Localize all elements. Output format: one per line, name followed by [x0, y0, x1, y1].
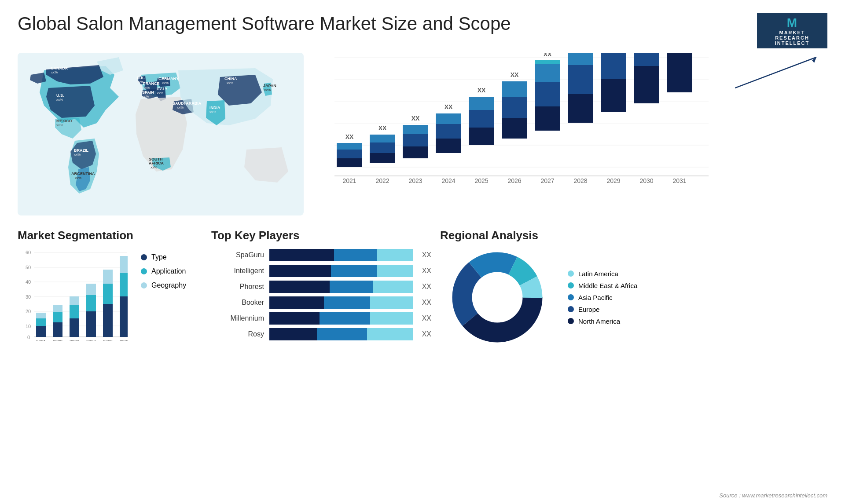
svg-rect-130: [103, 270, 113, 284]
svg-text:2023: 2023: [408, 177, 422, 184]
player-row-phorest: Phorest XX: [211, 281, 431, 293]
bar-seg1: [269, 296, 324, 309]
svg-text:CHINA: CHINA: [224, 77, 237, 81]
svg-text:2030: 2030: [639, 177, 653, 184]
svg-text:SAUDI ARABIA: SAUDI ARABIA: [173, 101, 202, 106]
legend-latin-america: Latin America: [568, 270, 637, 278]
bar-chart-section: XX 2021 XX 2022 XX 2023 XX 2024: [304, 53, 827, 220]
svg-text:xx%: xx%: [209, 110, 216, 114]
svg-text:MEXICO: MEXICO: [56, 119, 72, 123]
svg-text:2024: 2024: [86, 340, 96, 341]
bar-seg2: [330, 281, 373, 293]
svg-text:2026: 2026: [507, 177, 521, 184]
player-xx-rosy: XX: [422, 330, 431, 338]
svg-rect-77: [568, 94, 593, 123]
bar-seg1: [269, 249, 334, 261]
svg-text:2026: 2026: [120, 340, 128, 341]
svg-text:2024: 2024: [441, 177, 455, 184]
svg-text:XX: XX: [445, 103, 453, 110]
donut-chart-container: Latin America Middle East & Africa Asia …: [440, 249, 827, 346]
svg-point-141: [473, 273, 522, 321]
player-name-booker: Booker: [211, 299, 264, 307]
svg-rect-68: [502, 81, 527, 97]
svg-rect-84: [601, 53, 626, 79]
svg-text:XX: XX: [378, 124, 387, 131]
player-xx-millennium: XX: [422, 314, 431, 322]
svg-text:SPAIN: SPAIN: [142, 90, 154, 95]
latin-america-dot: [568, 270, 574, 277]
latin-america-label: Latin America: [578, 270, 618, 278]
regional-section: Regional Analysis Lat: [440, 229, 827, 346]
world-map: CANADA xx% U.S. xx% MEXICO xx% BRAZIL xx…: [18, 53, 304, 220]
bar-seg2: [320, 312, 370, 325]
legend-asia-pacific: Asia Pacific: [568, 294, 637, 301]
svg-text:ITALY: ITALY: [157, 87, 168, 91]
svg-text:50: 50: [26, 265, 31, 270]
svg-rect-124: [86, 311, 96, 337]
svg-text:xx%: xx%: [162, 81, 169, 85]
svg-rect-74: [535, 60, 560, 64]
svg-text:xx%: xx%: [143, 86, 150, 90]
svg-text:U.K.: U.K.: [137, 76, 145, 80]
svg-text:XX: XX: [544, 53, 552, 58]
bar-seg3: [377, 249, 413, 261]
svg-rect-78: [568, 65, 593, 94]
svg-text:xx%: xx%: [177, 106, 184, 110]
svg-text:xx%: xx%: [51, 70, 58, 74]
svg-rect-56: [436, 139, 461, 153]
geography-label: Geography: [151, 281, 186, 289]
bar-seg2: [334, 249, 377, 261]
svg-rect-42: [337, 150, 362, 158]
player-row-rosy: Rosy XX: [211, 328, 431, 340]
bottom-content: Market Segmentation 60 50 40 30 20 10 0: [0, 220, 845, 350]
svg-rect-72: [535, 82, 560, 106]
application-color-dot: [141, 268, 147, 274]
logo: M MARKET RESEARCH INTELLECT: [757, 13, 827, 48]
svg-text:XX: XX: [345, 133, 354, 140]
svg-rect-62: [469, 110, 494, 128]
middle-east-label: Middle East & Africa: [578, 282, 637, 289]
svg-rect-73: [535, 64, 560, 82]
svg-rect-91: [667, 53, 692, 92]
segmentation-section: Market Segmentation 60 50 40 30 20 10 0: [18, 229, 202, 346]
svg-rect-132: [120, 296, 128, 337]
svg-text:40: 40: [26, 279, 31, 285]
svg-text:xx%: xx%: [227, 81, 233, 85]
player-bars-container: SpaGuru XX Intelligent: [211, 249, 431, 340]
player-bar-spaguru: [269, 249, 413, 261]
svg-text:2022: 2022: [53, 340, 63, 341]
svg-rect-116: [53, 322, 62, 337]
svg-text:0: 0: [27, 335, 30, 340]
svg-rect-83: [601, 79, 626, 112]
svg-rect-114: [36, 313, 46, 318]
svg-rect-63: [469, 97, 494, 110]
svg-rect-52: [403, 134, 428, 146]
svg-text:2029: 2029: [606, 177, 620, 184]
svg-rect-48: [370, 135, 395, 142]
player-bar-phorest: [269, 281, 413, 293]
bar-seg3: [370, 312, 413, 325]
player-bar-millennium: [269, 312, 413, 325]
svg-text:xx%: xx%: [56, 98, 63, 102]
key-players-section: Top Key Players SpaGuru XX Intelligent: [211, 229, 431, 346]
svg-text:BRAZIL: BRAZIL: [74, 148, 88, 153]
svg-text:xx%: xx%: [75, 176, 81, 180]
player-row-spaguru: SpaGuru XX: [211, 249, 431, 261]
asia-pacific-label: Asia Pacific: [578, 294, 613, 301]
player-row-millennium: Millennium XX: [211, 312, 431, 325]
logo-letter: M: [787, 16, 797, 30]
svg-rect-79: [568, 53, 593, 65]
svg-rect-58: [436, 113, 461, 124]
svg-text:2028: 2028: [573, 177, 587, 184]
legend-europe: Europe: [568, 306, 637, 313]
map-svg: CANADA xx% U.S. xx% MEXICO xx% BRAZIL xx…: [18, 53, 304, 215]
player-xx-phorest: XX: [422, 283, 431, 291]
logo-area: M MARKET RESEARCH INTELLECT: [757, 13, 827, 48]
svg-rect-128: [103, 304, 113, 337]
svg-text:2025: 2025: [103, 340, 113, 341]
player-xx-spaguru: XX: [422, 251, 431, 259]
segmentation-legend: Type Application Geography: [141, 249, 186, 289]
bar-chart: XX 2021 XX 2022 XX 2023 XX 2024: [321, 53, 827, 202]
legend-type: Type: [141, 253, 186, 261]
logo-line1: MARKET: [779, 30, 805, 35]
